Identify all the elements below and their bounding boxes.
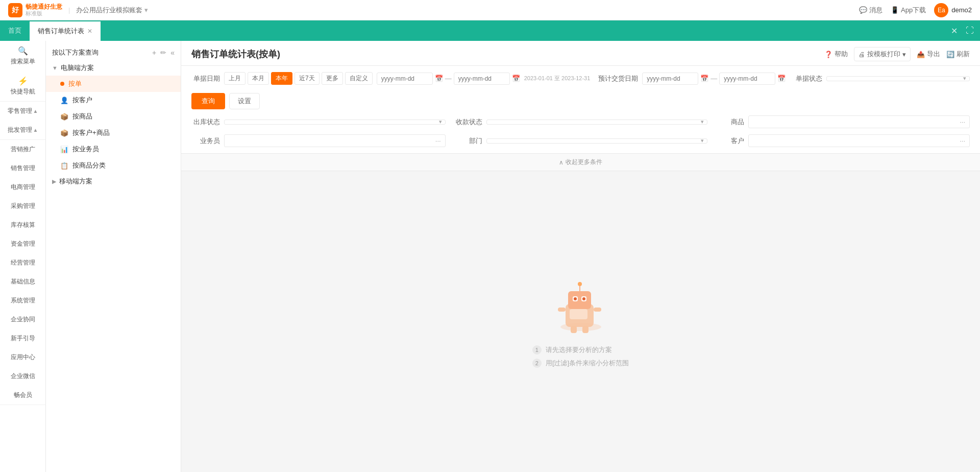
empty-hint-1: 1 请先选择要分析的方案 — [532, 345, 629, 355]
collapse-btn[interactable]: ∧ 收起更多条件 — [559, 158, 602, 167]
marketing-label: 营销推广 — [11, 145, 35, 154]
retail-label: 零售管理 — [8, 107, 32, 115]
sidebar-item-finance[interactable]: 资金管理 — [0, 234, 45, 253]
app-download-btn[interactable]: 📱 App下载 — [891, 6, 926, 15]
sales-label: 销售管理 — [11, 164, 35, 173]
message-label: 消息 — [869, 6, 883, 15]
wholesale-label: 批发管理 — [8, 126, 32, 134]
tree-item-by-category[interactable]: 📋 按商品分类 — [46, 157, 181, 174]
sidebar-item-inventory[interactable]: 库存核算 — [0, 216, 45, 234]
payment-status-select[interactable]: ▾ — [486, 120, 708, 125]
dept-chevron: ▾ — [701, 137, 704, 144]
tree-expand-icon: ▼ — [52, 65, 58, 71]
date-btn-last-month[interactable]: 上月 — [224, 72, 246, 85]
tree-item-by-product[interactable]: 📦 按商品 — [46, 108, 181, 125]
tree-group-mobile-header[interactable]: ▶ 移动端方案 — [46, 174, 181, 189]
customer-icon: 👤 — [60, 97, 68, 104]
enterprise-label: 企业协同 — [11, 315, 35, 324]
logo-subtext: 标准版 — [26, 10, 62, 17]
left-panel: 按以下方案查询 + ✏ « ▼ 电脑端方案 按单 👤 按客户 — [46, 41, 181, 472]
sidebar-item-enterprise[interactable]: 企业协同 — [0, 310, 45, 329]
top-bar-left: 好 畅捷通好生意 标准版 | 办公用品行业模拟账套 ▾ — [8, 3, 148, 17]
date-btn-last7days[interactable]: 近7天 — [295, 72, 320, 85]
sidebar-item-sys[interactable]: 系统管理 — [0, 291, 45, 310]
salesperson-label: 业务员 — [191, 136, 220, 146]
expected-date-inputs: 📅 — 📅 — [642, 73, 786, 85]
sidebar-item-vip[interactable]: 畅会员 — [0, 386, 45, 405]
tab-home[interactable]: 首页 — [0, 20, 30, 41]
add-scheme-btn[interactable]: + — [152, 49, 156, 57]
tree-group-pc-header[interactable]: ▼ 电脑端方案 — [46, 60, 181, 76]
logo-area: 好 畅捷通好生意 标准版 — [8, 3, 62, 17]
date-btn-this-year[interactable]: 本年 — [271, 72, 292, 85]
tree-item-by-order[interactable]: 按单 — [46, 76, 181, 92]
sidebar-item-ecommerce[interactable]: 电商管理 — [0, 178, 45, 197]
sidebar-item-guide[interactable]: 新手引导 — [0, 329, 45, 348]
refresh-btn[interactable]: 🔄 刷新 — [946, 50, 970, 59]
sidebar-item-marketing[interactable]: 营销推广 — [0, 140, 45, 159]
date-btn-custom[interactable]: 自定义 — [345, 72, 373, 85]
collapse-panel-btn[interactable]: « — [170, 49, 175, 57]
date-btn-more[interactable]: 更多 — [322, 72, 343, 85]
breadcrumb[interactable]: 办公用品行业模拟账套 ▾ — [76, 6, 148, 15]
sidebar-item-purchase[interactable]: 采购管理 — [0, 197, 45, 216]
refresh-icon: 🔄 — [946, 51, 954, 58]
delivery-status-select[interactable]: ▾ — [224, 120, 446, 125]
sidebar-item-basic[interactable]: 基础信息 — [0, 272, 45, 291]
page-header-actions: ❓ 帮助 🖨 按模板打印 ▾ 📤 导出 🔄 刷新 — [824, 47, 970, 61]
tree-group-pc: ▼ 电脑端方案 按单 👤 按客户 📦 按商品 📦 按客户+商品 — [46, 60, 181, 174]
avatar: Ea — [934, 3, 948, 17]
svg-rect-2 — [568, 291, 591, 309]
collapse-bar[interactable]: ∧ 收起更多条件 — [181, 153, 980, 171]
tree-collapse-icon: ▶ — [52, 178, 56, 185]
tree-item-by-salesperson[interactable]: 📊 按业务员 — [46, 141, 181, 157]
salesperson-input[interactable]: ··· — [224, 134, 446, 147]
export-btn[interactable]: 📤 导出 — [917, 50, 940, 59]
sidebar-section-marketing: 营销推广 销售管理 电商管理 采购管理 库存核算 资金管理 经营管理 基础信息 — [0, 140, 45, 405]
date-label: 单据日期 — [191, 74, 220, 83]
hint-text-2: 用[过滤]条件来缩小分析范围 — [546, 359, 629, 368]
expected-end-input[interactable] — [719, 73, 775, 85]
page-header: 销售订单统计表(按单) ❓ 帮助 🖨 按模板打印 ▾ 📤 导出 — [181, 41, 980, 66]
query-btn[interactable]: 查询 — [191, 93, 225, 109]
expected-start-input[interactable] — [642, 73, 698, 85]
operations-label: 经营管理 — [11, 258, 35, 267]
sidebar-item-search-menu[interactable]: 🔍 搜索菜单 — [0, 41, 45, 71]
customer-input[interactable]: ··· — [748, 134, 970, 147]
sidebar-item-sales[interactable]: 销售管理 — [0, 159, 45, 178]
message-btn[interactable]: 💬 消息 — [859, 6, 883, 15]
settings-btn[interactable]: 设置 — [229, 93, 260, 109]
sidebar-item-quick-nav[interactable]: ⚡ 快捷导航 — [0, 71, 45, 101]
collapse-label: 收起更多条件 — [566, 158, 602, 167]
guide-label: 新手引导 — [11, 334, 35, 343]
date-start-input[interactable] — [377, 73, 433, 85]
svg-point-8 — [578, 282, 582, 286]
edit-scheme-btn[interactable]: ✏ — [160, 49, 166, 57]
product-input[interactable]: ··· — [748, 115, 970, 128]
help-btn[interactable]: ❓ 帮助 — [824, 50, 848, 59]
tree-item-by-cust-prod[interactable]: 📦 按客户+商品 — [46, 125, 181, 141]
sidebar-item-wechat[interactable]: 企业微信 — [0, 367, 45, 386]
window-expand-btn[interactable]: ⛶ — [964, 24, 976, 37]
product-icon: 📦 — [60, 113, 68, 121]
user-menu[interactable]: Ea demo2 — [934, 3, 972, 17]
expected-date-group: 预计交货日期 📅 — 📅 — [598, 73, 786, 85]
salesperson-icon: 📊 — [60, 146, 68, 153]
tree-item-by-customer[interactable]: 👤 按客户 — [46, 92, 181, 108]
dept-select[interactable]: ▾ — [486, 138, 708, 144]
date-end-input[interactable] — [454, 73, 510, 85]
print-btn[interactable]: 🖨 按模板打印 ▾ — [854, 47, 911, 61]
empty-hints: 1 请先选择要分析的方案 2 用[过滤]条件来缩小分析范围 — [532, 345, 629, 368]
date-btn-this-month[interactable]: 本月 — [248, 72, 269, 85]
window-close-btn[interactable]: ✕ — [949, 24, 960, 38]
tab-bar: 首页 销售订单统计表 ✕ ✕ ⛶ — [0, 20, 980, 41]
sidebar-item-retail[interactable]: 零售管理 ▲ — [0, 102, 45, 121]
sidebar-item-operations[interactable]: 经营管理 — [0, 253, 45, 272]
dept-label: 部门 — [454, 136, 482, 146]
sidebar-item-wholesale[interactable]: 批发管理 ▲ — [0, 121, 45, 139]
tab-sales-order-stat[interactable]: 销售订单统计表 ✕ — [30, 20, 101, 41]
order-status-select[interactable]: ▾ — [826, 76, 970, 81]
tab-close-btn[interactable]: ✕ — [87, 28, 92, 35]
sidebar-item-appcenter[interactable]: 应用中心 — [0, 348, 45, 367]
expected-cal-end-icon: 📅 — [777, 75, 786, 82]
